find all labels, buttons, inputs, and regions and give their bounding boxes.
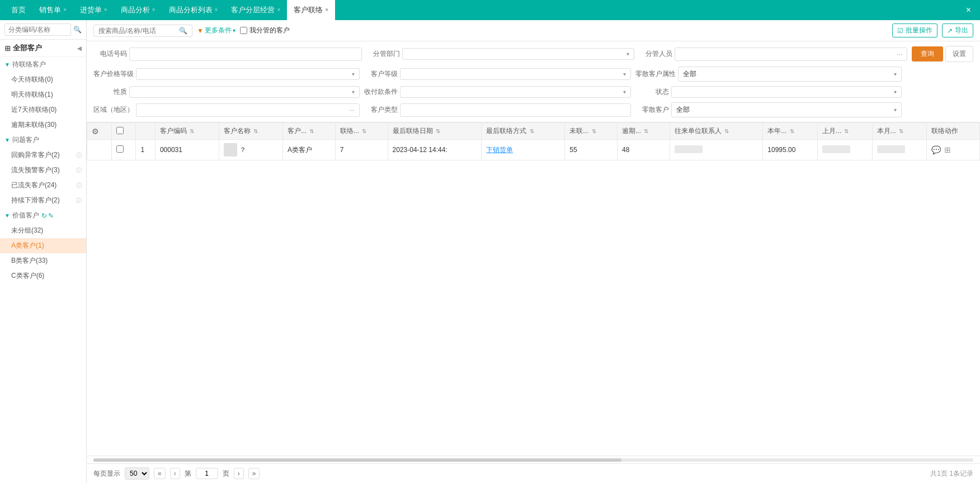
dept-select[interactable]: ▾ bbox=[402, 48, 635, 60]
table-row: 1 000031 ？ A类客户 7 2023-04-12 14:44: bbox=[87, 140, 980, 160]
select-all-checkbox[interactable] bbox=[116, 127, 124, 134]
window-close-button[interactable]: × bbox=[962, 5, 976, 15]
region-dots-icon[interactable]: ··· bbox=[349, 106, 355, 114]
sidebar-item-c-class[interactable]: C类客户(6) bbox=[0, 268, 86, 283]
sort-icon-this-month: ⇅ bbox=[899, 128, 903, 134]
th-customer-code[interactable]: 客户编码 ⇅ bbox=[155, 123, 219, 140]
sidebar-value-customers-group[interactable]: ▼ 价值客户 ↻ ✎ bbox=[0, 208, 86, 223]
manager-input[interactable]: ··· bbox=[675, 48, 907, 61]
sidebar-problem-customers-group[interactable]: ▼ 问题客户 bbox=[0, 132, 86, 148]
nature-select[interactable]: ▾ bbox=[129, 86, 360, 98]
close-tab-product-list[interactable]: × bbox=[215, 0, 218, 20]
sidebar-search-input[interactable] bbox=[4, 23, 71, 36]
row-checkbox[interactable] bbox=[116, 145, 124, 153]
nav-tab-customer-contact[interactable]: 客户联络 × bbox=[287, 0, 335, 20]
th-this-year[interactable]: 本年... ⇅ bbox=[763, 123, 818, 140]
sidebar-item-a-class[interactable]: A类客户(1) bbox=[0, 238, 86, 253]
nav-tab-purchase[interactable]: 进货单 × bbox=[73, 0, 114, 20]
th-company-contacts[interactable]: 往来单位联系人 ⇅ bbox=[670, 123, 763, 140]
close-tab-customer-segment[interactable]: × bbox=[277, 0, 280, 20]
gear-button[interactable]: ⚙ bbox=[92, 127, 99, 136]
filter-search-icon[interactable]: 🔍 bbox=[179, 27, 187, 35]
prev-page-btn[interactable]: ‹ bbox=[170, 468, 180, 479]
nav-tab-sales[interactable]: 销售单 × bbox=[32, 0, 73, 20]
filter-customer-type: 客户类型 bbox=[364, 103, 630, 117]
refresh-icon[interactable]: ↻ bbox=[41, 212, 47, 220]
nav-tab-customer-segment[interactable]: 客户分层经营 × bbox=[224, 0, 287, 20]
th-no-contact[interactable]: 未联... ⇅ bbox=[565, 123, 618, 140]
more-conditions-btn[interactable]: ▼ 更多条件 ▾ bbox=[197, 26, 235, 35]
nav-tab-product-analysis[interactable]: 商品分析 × bbox=[114, 0, 162, 20]
th-this-month[interactable]: 本月... ⇅ bbox=[872, 123, 927, 140]
th-gear: ⚙ bbox=[87, 123, 112, 140]
next-page-btn[interactable]: › bbox=[234, 468, 244, 479]
sidebar-item-overdue-contact[interactable]: 逾期未联络(30) bbox=[0, 117, 86, 132]
sidebar-item-declining[interactable]: 持续下滑客户(2) ⓘ bbox=[0, 193, 86, 208]
retail-attr-select[interactable]: 全部 ▾ bbox=[678, 67, 902, 82]
edit-icon[interactable]: ✎ bbox=[48, 212, 54, 220]
sidebar-item-7days-contact[interactable]: 近7天待联络(0) bbox=[0, 102, 86, 117]
export-icon: ↗ bbox=[947, 27, 953, 35]
th-customer-type[interactable]: 客户... ⇅ bbox=[283, 123, 336, 140]
sidebar-item-churn-warning[interactable]: 流失预警客户(3) ⓘ bbox=[0, 163, 86, 178]
export-btn[interactable]: ↗ 导出 bbox=[942, 23, 973, 37]
th-customer-name[interactable]: 客户名称 ⇅ bbox=[219, 123, 282, 140]
price-level-label: 客户价格等级 bbox=[93, 69, 134, 79]
th-last-contact-date[interactable]: 最后联络日期 ⇅ bbox=[388, 123, 482, 140]
nav-tab-product-list[interactable]: 商品分析列表 × bbox=[162, 0, 225, 20]
nav-home[interactable]: 首页 bbox=[4, 0, 32, 20]
page-size-select[interactable]: 50 bbox=[125, 467, 149, 480]
customer-type-input[interactable] bbox=[400, 103, 630, 117]
manager-dots-icon[interactable]: ··· bbox=[897, 50, 902, 58]
sidebar-item-ungrouped[interactable]: 未分组(32) bbox=[0, 223, 86, 238]
th-last-contact-method[interactable]: 最后联络方式 ⇅ bbox=[482, 123, 565, 140]
horizontal-scrollbar[interactable] bbox=[87, 456, 980, 463]
sidebar-item-b-class[interactable]: B类客户(33) bbox=[0, 253, 86, 268]
advanced-filter: 电话号码 分管部门 ▾ 分管人员 ··· bbox=[87, 41, 980, 122]
first-page-btn[interactable]: « bbox=[154, 468, 166, 479]
sidebar-item-today-contact[interactable]: 今天待联络(0) bbox=[0, 72, 86, 87]
batch-operation-btn[interactable]: ☑ 批量操作 bbox=[892, 23, 937, 37]
qr-icon[interactable]: ⊞ bbox=[944, 145, 951, 154]
sidebar-item-churned[interactable]: 已流失客户(24) ⓘ bbox=[0, 178, 86, 193]
message-icon[interactable]: 💬 bbox=[931, 145, 941, 154]
sidebar-item-repurchase-abnormal[interactable]: 回购异常客户(2) ⓘ bbox=[0, 148, 86, 163]
triangle-icon-3: ▼ bbox=[4, 212, 10, 219]
th-checkbox bbox=[111, 123, 136, 140]
sort-icon-date: ⇅ bbox=[436, 128, 440, 134]
sidebar-collapse-icon[interactable]: ◀ bbox=[77, 45, 82, 51]
th-contact[interactable]: 联络... ⇅ bbox=[335, 123, 388, 140]
payment-select[interactable]: ▾ bbox=[400, 86, 630, 98]
last-page-btn[interactable]: » bbox=[248, 468, 260, 479]
phone-input[interactable] bbox=[129, 48, 362, 61]
price-level-select[interactable]: ▾ bbox=[136, 68, 360, 80]
sidebar-item-tomorrow-contact[interactable]: 明天待联络(1) bbox=[0, 87, 86, 102]
filter-nature: 性质 ▾ bbox=[93, 86, 360, 98]
sidebar-search-area: 🔍 bbox=[0, 20, 86, 40]
pagination: 每页显示 50 « ‹ 第 页 › » 共1页 1条记录 bbox=[87, 463, 980, 483]
sidebar-search-icon[interactable]: 🔍 bbox=[73, 26, 82, 34]
status-select[interactable]: ▾ bbox=[671, 86, 902, 98]
close-tab-customer-contact[interactable]: × bbox=[325, 0, 328, 20]
close-tab-product-analysis[interactable]: × bbox=[152, 0, 156, 20]
nature-label: 性质 bbox=[93, 87, 127, 97]
settings-button[interactable]: 设置 bbox=[945, 46, 973, 62]
region-input[interactable]: ··· bbox=[136, 103, 360, 117]
retail-customer-select[interactable]: 全部 ▾ bbox=[671, 102, 902, 117]
sidebar-pending-contact-group[interactable]: ▼ 待联络客户 bbox=[0, 57, 86, 72]
filter-search-input[interactable] bbox=[98, 27, 177, 35]
scroll-thumb[interactable] bbox=[93, 458, 621, 462]
close-tab-purchase[interactable]: × bbox=[104, 0, 107, 20]
sidebar-all-customers-header[interactable]: ⊞ 全部客户 ◀ bbox=[0, 40, 86, 57]
filter-phone: 电话号码 bbox=[93, 48, 362, 61]
customer-level-select[interactable]: ▾ bbox=[400, 68, 630, 80]
query-button[interactable]: 查询 bbox=[912, 46, 943, 61]
my-customers-checkbox[interactable] bbox=[240, 27, 247, 34]
info-icon-1: ⓘ bbox=[76, 151, 82, 159]
close-tab-sales[interactable]: × bbox=[63, 0, 67, 20]
th-overdue[interactable]: 逾期... ⇅ bbox=[618, 123, 670, 140]
td-company-contacts bbox=[670, 140, 763, 160]
last-contact-link[interactable]: 下销货单 bbox=[486, 146, 513, 154]
th-last-month[interactable]: 上月... ⇅ bbox=[817, 123, 872, 140]
page-number-input[interactable] bbox=[196, 468, 218, 479]
